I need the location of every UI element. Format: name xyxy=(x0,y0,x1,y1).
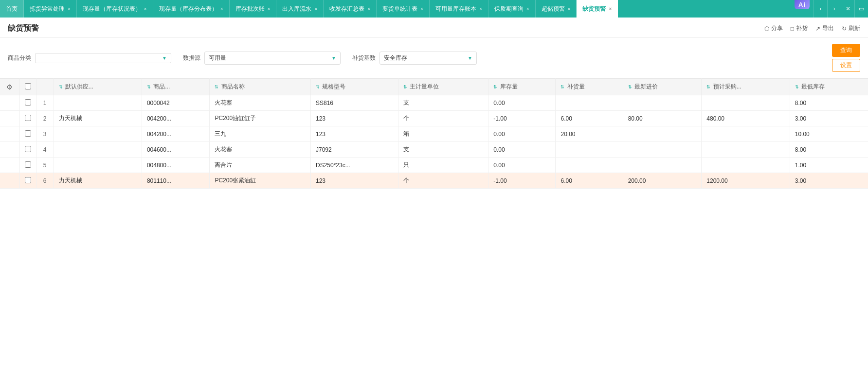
datasource-arrow-icon: ▼ xyxy=(331,55,336,61)
row-supplier: 力天机械 xyxy=(54,111,142,126)
data-table: ⚙ ⇅ 默认供应... ⇅ 商品... ⇅ xyxy=(0,78,868,189)
th-product-code[interactable]: ⇅ 商品... xyxy=(142,79,210,95)
tab-scroll-left[interactable]: ‹ xyxy=(814,0,827,18)
row-checkbox-4[interactable] xyxy=(25,161,31,168)
tab-close-batch[interactable]: × xyxy=(268,6,271,12)
sort-icon-spec: ⇅ xyxy=(316,85,320,89)
row-num: 3 xyxy=(36,126,54,142)
row-spec: DS250*23c... xyxy=(310,158,398,173)
tab-close-picking[interactable]: × xyxy=(68,6,71,12)
datasource-value: 可用量 xyxy=(209,54,226,62)
row-checkbox-5[interactable] xyxy=(25,177,31,183)
row-stock: 0.00 xyxy=(488,158,556,173)
settings-button[interactable]: 设置 xyxy=(832,59,860,72)
export-icon: ↗ xyxy=(815,25,820,32)
row-unit: 个 xyxy=(398,111,488,126)
refresh-button[interactable]: ↻ 刷新 xyxy=(842,24,860,33)
row-latest-price xyxy=(623,126,702,142)
th-supplement[interactable]: ⇅ 补货量 xyxy=(556,79,623,95)
tab-close-stock-status[interactable]: × xyxy=(144,6,147,12)
tab-summary[interactable]: 收发存汇总表 × xyxy=(324,0,377,18)
query-button[interactable]: 查询 xyxy=(832,44,860,57)
sort-icon-unit: ⇅ xyxy=(403,85,407,89)
category-filter-group: 商品分类 ▼ xyxy=(8,53,171,63)
th-stock[interactable]: ⇅ 库存量 xyxy=(488,79,556,95)
th-estimated-purchase[interactable]: ⇅ 预计采购... xyxy=(702,79,790,95)
row-checkbox-0[interactable] xyxy=(25,99,31,106)
row-min-stock: 3.00 xyxy=(790,111,868,126)
table-header-row: ⚙ ⇅ 默认供应... ⇅ 商品... ⇅ xyxy=(0,79,868,95)
tab-requisition[interactable]: 要货单统计表 × xyxy=(377,0,430,18)
tab-close-shortage[interactable]: × xyxy=(609,6,612,12)
row-checkbox-2[interactable] xyxy=(25,130,31,137)
tab-picking[interactable]: 拣货异常处理 × xyxy=(24,0,77,18)
row-spec: 123 xyxy=(310,173,398,189)
row-estimated-purchase xyxy=(702,126,790,142)
row-checkbox-3[interactable] xyxy=(25,146,31,152)
ai-badge[interactable]: Ai xyxy=(795,0,810,9)
row-checkbox-1[interactable] xyxy=(25,115,31,121)
table-container: ⚙ ⇅ 默认供应... ⇅ 商品... ⇅ xyxy=(0,78,868,189)
tab-home[interactable]: 首页 xyxy=(0,0,24,18)
select-all-checkbox[interactable] xyxy=(25,83,31,89)
th-latest-price[interactable]: ⇅ 最新进价 xyxy=(623,79,702,95)
tab-close-overstock[interactable]: × xyxy=(568,6,571,12)
tab-shortage[interactable]: 缺货预警 × xyxy=(577,0,618,18)
tab-stock-dist[interactable]: 现存量（库存分布表） × xyxy=(153,0,230,18)
datasource-select[interactable]: 可用量 ▼ xyxy=(204,52,341,65)
row-supplement xyxy=(556,142,623,158)
th-default-supplier[interactable]: ⇅ 默认供应... xyxy=(54,79,142,95)
row-estimated-purchase: 480.00 xyxy=(702,111,790,126)
tab-close-requisition[interactable]: × xyxy=(420,6,423,12)
tab-scroll-right[interactable]: › xyxy=(827,0,841,18)
row-supplement: 6.00 xyxy=(556,173,623,189)
row-latest-price xyxy=(623,158,702,173)
th-product-name[interactable]: ⇅ 商品名称 xyxy=(210,79,311,95)
row-unit: 支 xyxy=(398,95,488,111)
th-min-stock[interactable]: ⇅ 最低库存 xyxy=(790,79,868,95)
tab-close-stock-dist[interactable]: × xyxy=(220,6,223,12)
row-checkbox-cell xyxy=(19,111,36,126)
tab-close-all[interactable]: ✕ xyxy=(841,0,854,18)
tab-close-inout[interactable]: × xyxy=(314,6,317,12)
row-checkbox-cell xyxy=(19,142,36,158)
settings-gear-icon[interactable]: ⚙ xyxy=(6,83,13,91)
row-stock: 0.00 xyxy=(488,142,556,158)
tab-maximize[interactable]: ▭ xyxy=(854,0,868,18)
tab-available[interactable]: 可用量库存账本 × xyxy=(430,0,488,18)
row-product-code: 004200... xyxy=(142,111,210,126)
th-unit[interactable]: ⇅ 主计量单位 xyxy=(398,79,488,95)
row-product-name: PC200张紧油缸 xyxy=(210,173,311,189)
row-product-code: 004200... xyxy=(142,126,210,142)
tab-close-available[interactable]: × xyxy=(479,6,482,12)
category-select[interactable]: ▼ xyxy=(35,53,171,63)
export-button[interactable]: ↗ 导出 xyxy=(815,24,834,33)
page-header: 缺货预警 ⬡ 分享 □ 补货 ↗ 导出 ↻ 刷新 xyxy=(0,18,868,38)
share-button[interactable]: ⬡ 分享 xyxy=(764,24,783,33)
tab-overstock[interactable]: 超储预警 × xyxy=(536,0,577,18)
th-settings[interactable]: ⚙ xyxy=(0,79,19,95)
filter-actions: 查询 设置 xyxy=(832,44,860,72)
tab-stock-status[interactable]: 现存量（库存状况表） × xyxy=(77,0,153,18)
datasource-label: 数据源 xyxy=(183,54,200,62)
supplement-button[interactable]: □ 补货 xyxy=(791,24,808,33)
tab-nav-buttons: ‹ › ✕ ▭ xyxy=(814,0,868,18)
share-icon: ⬡ xyxy=(764,25,769,32)
tab-close-expiry[interactable]: × xyxy=(526,6,529,12)
sort-icon-estimated: ⇅ xyxy=(706,85,710,89)
th-spec[interactable]: ⇅ 规格型号 xyxy=(310,79,398,95)
sort-icon-code: ⇅ xyxy=(147,85,151,89)
tab-batch[interactable]: 库存批次账 × xyxy=(230,0,277,18)
table-row: 3 004200... 三九 123 箱 0.00 20.00 10.00 xyxy=(0,126,868,142)
row-supplier xyxy=(54,95,142,111)
tab-inout[interactable]: 出入库流水 × xyxy=(276,0,324,18)
replenishment-arrow-icon: ▼ xyxy=(468,55,472,61)
table-row: 4 004600... 火花塞 J7092 支 0.00 8.00 xyxy=(0,142,868,158)
tab-expiry[interactable]: 保质期查询 × xyxy=(488,0,536,18)
row-supplement xyxy=(556,95,623,111)
row-checkbox-cell xyxy=(19,158,36,173)
replenishment-select[interactable]: 安全库存 ▼ xyxy=(380,52,477,65)
row-checkbox-cell xyxy=(19,126,36,142)
tab-close-summary[interactable]: × xyxy=(367,6,370,12)
row-supplier xyxy=(54,158,142,173)
